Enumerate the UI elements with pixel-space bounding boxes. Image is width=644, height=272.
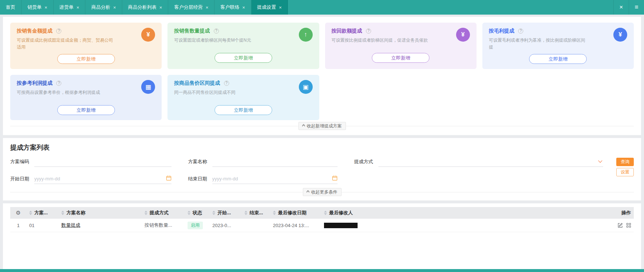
add-now-button[interactable]: 立即新增 — [57, 54, 115, 64]
row-status: 启用 — [185, 222, 209, 229]
plan-name-field: 方案名称 — [188, 158, 354, 167]
card-gross-profit-commission: 按毛利提成 ? 可设置毛利或者净利为基准，按比例提或阶梯区间提 ¥ 立即新增 — [482, 23, 634, 69]
icon-glyph: ↑ — [304, 31, 307, 38]
table-row[interactable]: 1 01 数量提成 按销售数量... 启用 2023-0... 2023-04-… — [10, 219, 634, 232]
end-date-input[interactable] — [212, 175, 330, 182]
collapse-cards-label: 收起新增提成方案 — [307, 123, 342, 129]
tab-customer-segmentation[interactable]: 客户分层经营 × — [168, 0, 215, 15]
sort-icon[interactable] — [273, 211, 276, 215]
tab-product-analysis[interactable]: 商品分析 × — [85, 0, 122, 15]
tab-close-icon[interactable]: × — [45, 5, 47, 10]
add-now-button[interactable]: 立即新增 — [215, 53, 272, 63]
header-plan-code[interactable]: 方案... — [26, 210, 58, 216]
edit-icon[interactable] — [617, 223, 623, 228]
money-bag-icon: ¥ — [141, 28, 155, 42]
tab-label: 进货单 — [59, 4, 74, 11]
card-description: 可设置毛利或者净利为基准，按比例提或阶梯区间提 — [489, 37, 589, 50]
row-operations — [608, 223, 634, 228]
calendar-icon[interactable] — [166, 175, 171, 182]
icon-glyph: ▣ — [302, 83, 308, 91]
tab-label: 提成设置 — [257, 4, 276, 11]
plan-code-input[interactable] — [34, 158, 171, 165]
card-title-row: 按毛利提成 ? — [489, 27, 627, 34]
tab-commission-settings[interactable]: 提成设置 × — [251, 0, 288, 15]
add-now-button[interactable]: 立即新增 — [215, 105, 272, 115]
sort-icon[interactable] — [244, 211, 247, 215]
tabbar-actions: × ≡ — [613, 0, 644, 15]
tab-close-icon[interactable]: × — [242, 5, 245, 10]
help-icon[interactable]: ? — [518, 28, 523, 34]
card-title: 按商品售价区间提成 — [174, 80, 220, 86]
help-icon[interactable]: ? — [224, 81, 229, 86]
menu-icon[interactable]: ≡ — [629, 0, 644, 15]
commission-method-select[interactable] — [378, 158, 603, 167]
help-icon[interactable]: ? — [56, 81, 61, 86]
add-now-button[interactable]: 立即新增 — [529, 54, 587, 64]
filter-area: 方案编码 方案名称 提成方式 — [10, 158, 634, 184]
gear-icon[interactable]: ⚙ — [16, 210, 20, 216]
card-title-row: 按回款额提成 ? — [332, 27, 470, 34]
tab-purchase-order[interactable]: 进货单 × — [54, 0, 86, 15]
column-settings-cell: ⚙ — [10, 210, 26, 216]
add-now-button[interactable]: 立即新增 — [372, 53, 429, 63]
help-icon[interactable]: ? — [56, 28, 61, 34]
start-date-input-wrap — [34, 175, 171, 184]
cards-collapse-divider: 收起新增提成方案 — [10, 126, 634, 131]
card-description: 可设置固定或者阶梯区间每卖M个提N元 — [174, 37, 274, 49]
help-icon[interactable]: ? — [214, 28, 219, 34]
quantity-icon: ↑ — [299, 28, 313, 42]
settings-button[interactable]: 设置 — [616, 168, 634, 176]
tab-product-analysis-list[interactable]: 商品分析列表 × — [122, 0, 169, 15]
tab-close-icon[interactable]: × — [77, 5, 80, 10]
help-icon[interactable]: ? — [366, 28, 371, 34]
card-title-row: 按销售金额提成 ? — [17, 27, 155, 34]
search-button[interactable]: 查询 — [616, 158, 634, 166]
more-grid-icon[interactable] — [626, 223, 631, 227]
collapse-cards-toggle[interactable]: 收起新增提成方案 — [298, 122, 346, 130]
sort-icon[interactable] — [212, 211, 215, 215]
close-all-icon[interactable]: × — [613, 0, 629, 15]
tab-close-icon[interactable]: × — [113, 5, 116, 10]
plan-name-link[interactable]: 数量提成 — [61, 222, 80, 229]
tab-close-icon[interactable]: × — [205, 5, 208, 10]
header-end-date[interactable]: 结束... — [242, 210, 270, 216]
collapse-filter-toggle[interactable]: 收起更多条件 — [303, 188, 342, 196]
header-label: 操作 — [621, 210, 631, 216]
tab-sales-order[interactable]: 销货单 × — [22, 0, 54, 15]
calendar-icon[interactable] — [332, 175, 338, 182]
sort-icon[interactable] — [188, 211, 190, 215]
tab-home[interactable]: 首页 — [0, 0, 22, 15]
tab-customer-contact[interactable]: 客户联络 × — [215, 0, 251, 15]
sort-icon[interactable] — [61, 211, 64, 215]
card-title: 按销售数量提成 — [174, 28, 210, 34]
sort-icon[interactable] — [324, 211, 327, 215]
sort-icon[interactable] — [29, 211, 32, 215]
tab-label: 商品分析 — [91, 4, 110, 11]
start-date-input[interactable] — [34, 175, 164, 182]
chart-icon: ▦ — [141, 80, 155, 94]
commission-method-value[interactable] — [378, 158, 599, 165]
row-method: 按销售数量... — [142, 222, 185, 229]
header-label: 最后修改人 — [329, 210, 353, 216]
sort-icon[interactable] — [144, 211, 147, 215]
end-date-field: 结束日期 — [188, 175, 354, 184]
header-modified-by[interactable]: 最后修改人 — [321, 210, 608, 216]
header-status[interactable]: 状态 — [185, 210, 209, 216]
chevron-down-icon[interactable] — [598, 159, 602, 163]
card-sales-quantity-commission: 按销售数量提成 ? 可设置固定或者阶梯区间每卖M个提N元 ↑ 立即新增 — [167, 23, 319, 69]
tab-close-icon[interactable]: × — [159, 5, 162, 10]
status-badge: 启用 — [188, 222, 203, 229]
header-method[interactable]: 提成方式 — [142, 210, 185, 216]
tab-close-icon[interactable]: × — [279, 5, 282, 10]
header-start-date[interactable]: 开始... — [209, 210, 242, 216]
tab-label: 客户联络 — [220, 4, 239, 11]
header-modified-date[interactable]: 最后修改日期 — [270, 210, 321, 216]
cards-grid: 按销售金额提成 ? 可设置提成比例或固定提成金额；商贸、贸易公司适用 ¥ 立即新… — [10, 23, 634, 120]
plan-name-input[interactable] — [212, 158, 338, 165]
header-plan-name[interactable]: 方案名称 — [58, 210, 142, 216]
filter-row-2: 开始日期 结束日期 — [10, 175, 603, 184]
tab-label: 客户分层经营 — [174, 4, 203, 11]
table-header: ⚙ 方案... 方案名称 提成方式 状态 — [10, 207, 634, 219]
filter-buttons: 查询 设置 — [616, 158, 634, 176]
add-now-button[interactable]: 立即新增 — [57, 105, 115, 115]
